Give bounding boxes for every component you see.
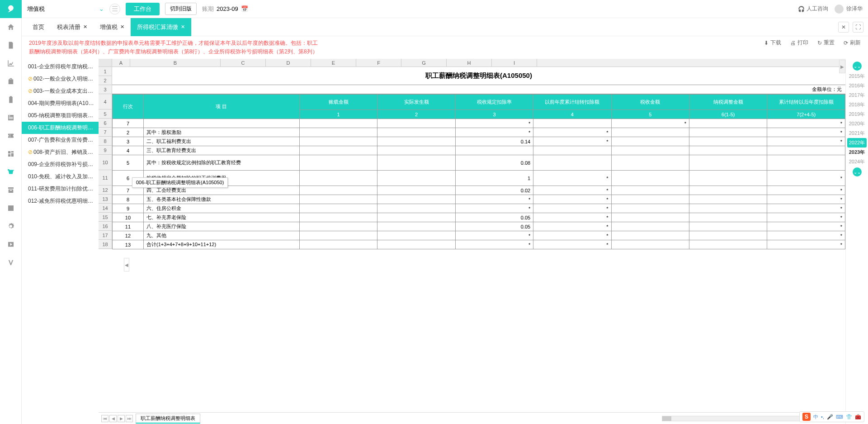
download-button[interactable]: ⬇下载 bbox=[764, 39, 781, 47]
item-cell[interactable]: 七、补充养老保险 bbox=[143, 213, 299, 222]
category-dropdown[interactable]: 增值税 ⌄ bbox=[27, 5, 104, 13]
app-logo[interactable] bbox=[0, 0, 22, 18]
nav-doc-icon[interactable] bbox=[0, 36, 22, 54]
data-cell[interactable]: * bbox=[533, 186, 611, 195]
data-cell[interactable] bbox=[611, 186, 689, 195]
nav-archive-icon[interactable] bbox=[0, 181, 22, 199]
item-cell[interactable]: 其中：按税收规定比例扣除的职工教育经费 bbox=[143, 155, 299, 171]
data-cell[interactable]: * bbox=[455, 119, 533, 128]
data-cell[interactable] bbox=[611, 231, 689, 240]
item-cell[interactable]: 三、职工教育经费支出 bbox=[143, 146, 299, 155]
item-cell[interactable] bbox=[143, 119, 299, 128]
data-cell[interactable] bbox=[611, 128, 689, 137]
sheet-nav-first-icon[interactable]: ⏮ bbox=[101, 415, 108, 422]
nav-clip-icon[interactable] bbox=[0, 91, 22, 109]
data-cell[interactable]: * bbox=[767, 128, 845, 137]
scrollbar-thumb[interactable] bbox=[662, 416, 671, 421]
data-cell[interactable]: * bbox=[767, 222, 845, 231]
item-cell[interactable]: 八、补充医疗保险 bbox=[143, 222, 299, 231]
data-cell[interactable] bbox=[377, 213, 455, 222]
data-cell[interactable]: * bbox=[455, 231, 533, 240]
data-cell[interactable] bbox=[377, 119, 455, 128]
year-down-icon[interactable]: ⌄⌄ bbox=[853, 167, 862, 176]
year-item[interactable]: 2024年 bbox=[847, 157, 867, 167]
data-cell[interactable]: * bbox=[533, 231, 611, 240]
data-cell[interactable] bbox=[299, 186, 377, 195]
year-item[interactable]: 2017年 bbox=[847, 91, 867, 100]
nav-chart-icon[interactable] bbox=[0, 54, 22, 72]
data-cell[interactable] bbox=[299, 155, 377, 171]
year-item[interactable]: 2023年 bbox=[847, 148, 867, 157]
ime-lang[interactable]: 中 bbox=[813, 414, 818, 420]
data-cell[interactable] bbox=[689, 240, 767, 249]
switch-version-button[interactable]: 切到旧版 bbox=[165, 3, 197, 15]
form-item-6[interactable]: 007-广告费和业务宣传费跨... bbox=[22, 134, 99, 146]
data-cell[interactable] bbox=[377, 128, 455, 137]
form-item-2[interactable]: ⊘003-一般企业成本支出明细... bbox=[22, 85, 99, 97]
col-header[interactable]: G bbox=[401, 59, 447, 67]
row-header[interactable]: 17 bbox=[99, 231, 112, 240]
data-cell[interactable] bbox=[299, 222, 377, 231]
list-toggle-icon[interactable]: ☰ bbox=[109, 4, 120, 14]
tab-3[interactable]: 所得税汇算清缴✕ bbox=[131, 18, 191, 36]
form-item-9[interactable]: 010-免税、减计收入及加计... bbox=[22, 171, 99, 183]
nav-dash-icon[interactable] bbox=[0, 145, 22, 163]
col-header[interactable]: H bbox=[447, 59, 492, 67]
data-cell[interactable] bbox=[689, 204, 767, 213]
data-cell[interactable] bbox=[689, 213, 767, 222]
form-item-10[interactable]: 011-研发费用加计扣除优惠... bbox=[22, 183, 99, 195]
grid-scroll[interactable]: 123456789101112131415161718 职工薪酬纳税调整明细表(… bbox=[99, 67, 845, 412]
select-all-cell[interactable] bbox=[99, 59, 112, 67]
data-cell[interactable]: * bbox=[533, 128, 611, 137]
ime-toolbar[interactable]: S 中 •, 🎤 ⌨ 👕 🧰 bbox=[799, 411, 864, 422]
data-cell[interactable] bbox=[377, 171, 455, 186]
calendar-icon[interactable]: 📅 bbox=[241, 5, 248, 12]
data-cell[interactable] bbox=[767, 155, 845, 171]
data-cell[interactable] bbox=[377, 146, 455, 155]
data-cell[interactable] bbox=[611, 137, 689, 146]
col-header[interactable]: B bbox=[130, 59, 221, 67]
data-cell[interactable]: * bbox=[767, 171, 845, 186]
nav-bag-icon[interactable] bbox=[0, 72, 22, 91]
data-cell[interactable] bbox=[377, 155, 455, 171]
tab-1[interactable]: 税表清册✕ bbox=[51, 18, 94, 36]
data-cell[interactable]: * bbox=[533, 137, 611, 146]
col-header[interactable]: A bbox=[112, 59, 130, 67]
form-item-5[interactable]: 006-职工薪酬纳税调整明细... bbox=[22, 122, 99, 134]
nav-home-icon[interactable] bbox=[0, 18, 22, 36]
row-header[interactable]: 15 bbox=[99, 213, 112, 222]
expand-panel-icon[interactable]: ▶ bbox=[839, 60, 845, 73]
data-cell[interactable]: * bbox=[611, 119, 689, 128]
tab-expand-icon[interactable]: ⛶ bbox=[853, 22, 863, 33]
data-cell[interactable] bbox=[533, 155, 611, 171]
data-cell[interactable] bbox=[299, 128, 377, 137]
data-cell[interactable]: * bbox=[533, 171, 611, 186]
sheet-tab[interactable]: 职工薪酬纳税调整明细表 bbox=[136, 414, 200, 424]
data-cell[interactable]: * bbox=[455, 240, 533, 249]
row-header[interactable]: 8 bbox=[99, 137, 112, 146]
tab-close-icon[interactable]: ✕ bbox=[83, 24, 87, 30]
nav-v-icon[interactable] bbox=[0, 253, 22, 272]
data-cell[interactable] bbox=[299, 213, 377, 222]
data-cell[interactable] bbox=[689, 186, 767, 195]
year-item[interactable]: 2022年 bbox=[847, 138, 867, 148]
data-cell[interactable] bbox=[611, 222, 689, 231]
col-header[interactable]: D bbox=[266, 59, 311, 67]
collapse-panel-icon[interactable]: ◀ bbox=[124, 258, 129, 272]
data-cell[interactable] bbox=[299, 231, 377, 240]
data-cell[interactable] bbox=[689, 155, 767, 171]
data-cell[interactable] bbox=[611, 155, 689, 171]
row-header[interactable]: 16 bbox=[99, 222, 112, 231]
tab-close-icon[interactable]: ✕ bbox=[181, 24, 185, 30]
data-cell[interactable] bbox=[299, 137, 377, 146]
data-cell[interactable] bbox=[689, 146, 767, 155]
data-cell[interactable]: 1 bbox=[455, 171, 533, 186]
data-cell[interactable] bbox=[299, 204, 377, 213]
row-header[interactable]: 2 bbox=[99, 76, 112, 85]
col-header[interactable]: E bbox=[311, 59, 356, 67]
data-cell[interactable]: * bbox=[533, 195, 611, 204]
item-cell[interactable]: 二、职工福利费支出 bbox=[143, 137, 299, 146]
nav-inbox-icon[interactable] bbox=[0, 199, 22, 217]
data-cell[interactable]: * bbox=[455, 195, 533, 204]
data-cell[interactable] bbox=[611, 171, 689, 186]
